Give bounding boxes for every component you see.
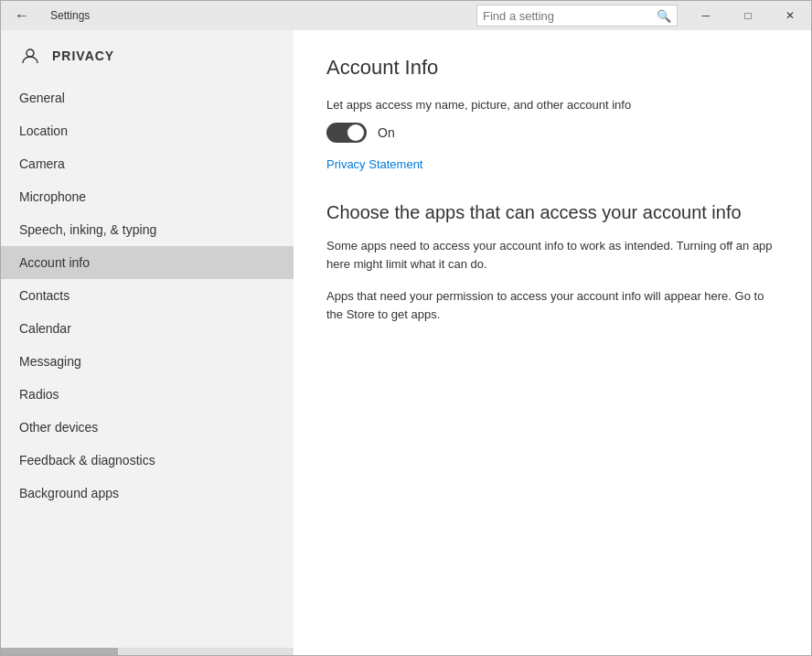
scrollbar-thumb [1,648,118,655]
minimize-button[interactable]: ─ [685,1,727,30]
sidebar-item-calendar[interactable]: Calendar [1,312,294,345]
maximize-button[interactable]: □ [727,1,769,30]
account-info-toggle[interactable] [326,123,367,143]
sidebar-header: PRIVACY [1,30,294,78]
search-input[interactable] [483,9,657,23]
privacy-statement-link[interactable]: Privacy Statement [326,157,778,171]
section2-desc1: Some apps need to access your account in… [326,237,778,273]
sidebar-item-camera[interactable]: Camera [1,147,294,180]
app-body: PRIVACY General Location Camera Micropho… [1,30,811,655]
toggle-state-label: On [378,125,395,140]
sidebar-item-feedback[interactable]: Feedback & diagnostics [1,444,294,477]
sidebar-item-radios[interactable]: Radios [1,378,294,411]
sidebar-item-general[interactable]: General [1,81,294,114]
toggle-knob [347,124,364,141]
sidebar-item-messaging[interactable]: Messaging [1,345,294,378]
section2-desc2: Apps that need your permission to access… [326,287,778,323]
section2-title: Choose the apps that can access your acc… [326,200,778,224]
sidebar-item-speech[interactable]: Speech, inking, & typing [1,213,294,246]
toggle-description: Let apps access my name, picture, and ot… [326,98,778,112]
privacy-icon [19,45,41,67]
settings-window: ← Settings 🔍 ─ □ ✕ PRIVACY [0,0,812,656]
sidebar-item-microphone[interactable]: Microphone [1,180,294,213]
scrollbar-track [1,648,294,655]
sidebar-item-other-devices[interactable]: Other devices [1,411,294,444]
svg-point-0 [27,49,34,57]
toggle-row: On [326,123,778,143]
sidebar-item-background-apps[interactable]: Background apps [1,477,294,510]
sidebar-nav: General Location Camera Microphone Speec… [1,78,294,648]
sidebar-item-account-info[interactable]: Account info [1,246,294,279]
main-content: Account Info Let apps access my name, pi… [294,30,811,655]
window-title: Settings [43,9,90,22]
search-icon: 🔍 [657,9,671,23]
close-button[interactable]: ✕ [769,1,811,30]
back-button[interactable]: ← [1,1,43,30]
sidebar-item-contacts[interactable]: Contacts [1,279,294,312]
sidebar: PRIVACY General Location Camera Micropho… [1,30,294,655]
titlebar: ← Settings 🔍 ─ □ ✕ [1,1,811,30]
sidebar-item-location[interactable]: Location [1,114,294,147]
sidebar-heading: PRIVACY [52,48,114,63]
section1-title: Account Info [326,56,778,80]
search-box: 🔍 [476,5,678,27]
